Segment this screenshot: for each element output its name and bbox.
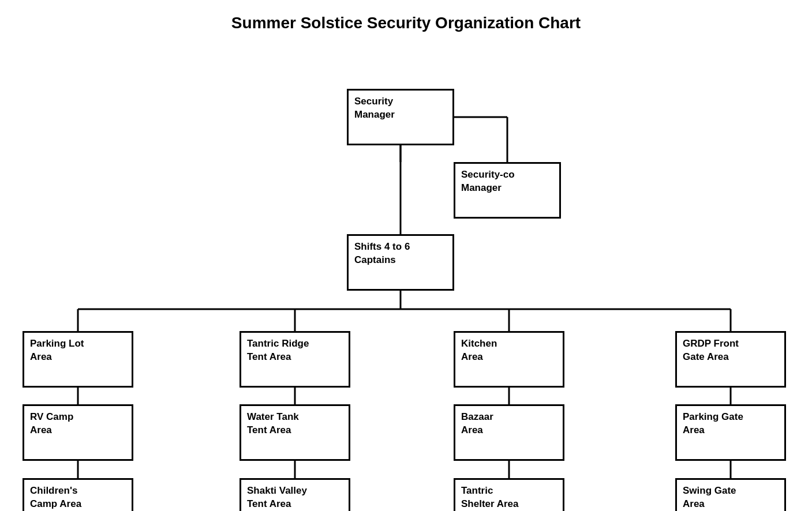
security-manager-box: Security Manager [347,89,454,145]
chart-container: Security Manager Security-co Manager Shi… [0,38,812,511]
chart-title: Summer Solstice Security Organization Ch… [0,0,812,38]
grdp-front-box: GRDP Front Gate Area [675,331,786,388]
shifts-box: Shifts 4 to 6 Captains [347,234,454,291]
swing-gate-box: Swing Gate Area [675,478,786,511]
security-co-manager-box: Security-co Manager [454,162,561,219]
bazaar-box: Bazaar Area [454,404,564,461]
water-tank-box: Water Tank Tent Area [240,404,350,461]
childrens-camp-box: Children's Camp Area [23,478,133,511]
tantric-ridge-box: Tantric Ridge Tent Area [240,331,350,388]
parking-lot-box: Parking Lot Area [23,331,133,388]
tantric-shelter-box: Tantric Shelter Area [454,478,564,511]
kitchen-box: Kitchen Area [454,331,564,388]
parking-gate-box: Parking Gate Area [675,404,786,461]
rv-camp-box: RV Camp Area [23,404,133,461]
shakti-valley-box: Shakti Valley Tent Area [240,478,350,511]
